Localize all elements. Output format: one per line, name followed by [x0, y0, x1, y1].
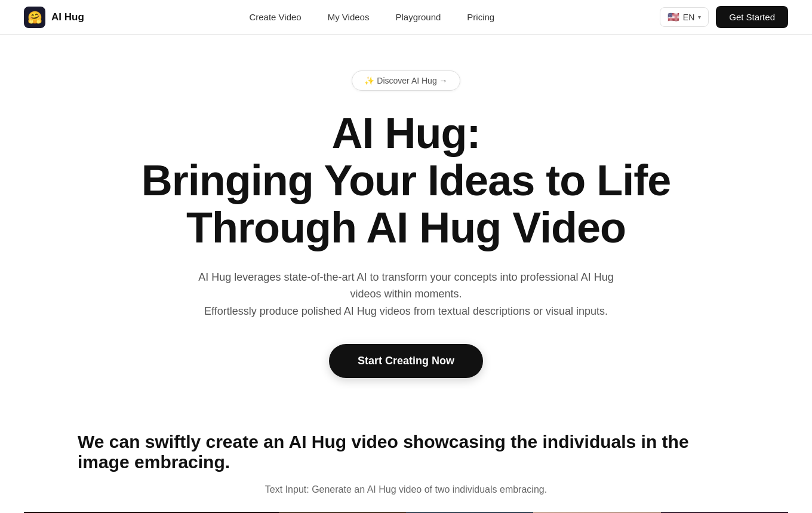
- nav-playground[interactable]: Playground: [385, 7, 451, 27]
- hero-title-line2: Bringing Your Ideas to Life Through AI H…: [142, 156, 670, 251]
- brand-name: AI Hug: [51, 11, 84, 23]
- showcase-section: We can swiftly create an AI Hug video sh…: [0, 402, 812, 513]
- start-creating-button[interactable]: Start Creating Now: [329, 344, 483, 378]
- navbar: 🤗 AI Hug Create Video My Videos Playgrou…: [0, 0, 812, 35]
- nav-pricing[interactable]: Pricing: [456, 7, 505, 27]
- chevron-down-icon: ▾: [698, 14, 701, 20]
- showcase-description: Text Input: Generate an AI Hug video of …: [24, 484, 788, 495]
- language-selector[interactable]: 🇺🇸 EN ▾: [660, 7, 709, 27]
- hero-subtitle-line1: AI Hug leverages state-of-the-art AI to …: [198, 271, 613, 300]
- hero-title-line1: AI Hug:: [332, 109, 481, 157]
- logo-emoji: 🤗: [27, 10, 42, 24]
- nav-my-videos[interactable]: My Videos: [317, 7, 380, 27]
- navbar-brand-section: 🤗 AI Hug: [24, 7, 84, 28]
- nav-create-video[interactable]: Create Video: [238, 7, 312, 27]
- get-started-button[interactable]: Get Started: [716, 6, 788, 28]
- hero-subtitle: AI Hug leverages state-of-the-art AI to …: [197, 269, 615, 320]
- showcase-title: We can swiftly create an AI Hug video sh…: [78, 432, 734, 472]
- hero-title: AI Hug: Bringing Your Ideas to Life Thro…: [78, 110, 734, 252]
- discover-badge[interactable]: ✨ Discover AI Hug →: [352, 70, 460, 91]
- flag-icon: 🇺🇸: [668, 11, 679, 23]
- hero-section: ✨ Discover AI Hug → AI Hug: Bringing You…: [0, 35, 812, 402]
- hero-subtitle-line2: Effortlessly produce polished AI Hug vid…: [204, 305, 608, 317]
- brand-logo: 🤗: [24, 7, 45, 28]
- language-code: EN: [683, 13, 694, 22]
- nav-links: Create Video My Videos Playground Pricin…: [238, 7, 505, 27]
- navbar-actions: 🇺🇸 EN ▾ Get Started: [660, 6, 788, 28]
